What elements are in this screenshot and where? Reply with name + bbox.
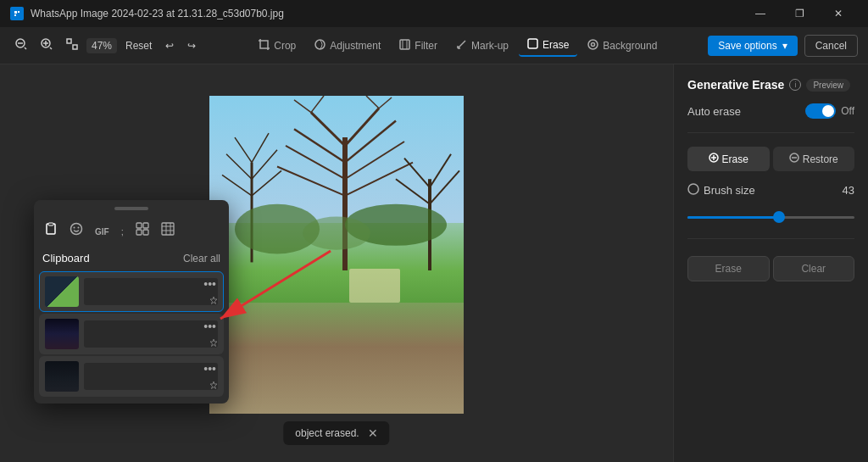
grid-icon (136, 225, 149, 238)
tab-adjustment[interactable]: Adjustment (306, 36, 389, 56)
svg-rect-12 (73, 45, 77, 49)
auto-erase-toggle[interactable] (805, 103, 836, 119)
svg-rect-60 (136, 230, 142, 235)
emoticon-icon-btn[interactable]: ; (118, 220, 127, 241)
item-more-button[interactable]: ••• (200, 318, 220, 335)
preview-badge[interactable]: Preview (806, 79, 850, 92)
tool-tabs: Crop Adjustment Filter Mark-up Erase (211, 35, 704, 57)
undo-icon: ↩ (165, 40, 174, 52)
svg-rect-59 (143, 223, 148, 228)
svg-line-38 (345, 163, 413, 196)
photo-container (209, 96, 464, 414)
svg-line-40 (311, 96, 324, 113)
zoom-in-button[interactable] (36, 35, 58, 56)
svg-line-41 (366, 96, 379, 109)
title-bar: WhatsApp Image 2024-02-23 at 21.31.28_c5… (0, 0, 868, 27)
save-label: Save options (718, 40, 776, 52)
svg-rect-3 (14, 14, 16, 16)
svg-rect-20 (528, 39, 537, 48)
info-icon[interactable]: i (789, 79, 801, 91)
item-pin-button[interactable] (208, 294, 220, 308)
svg-line-45 (430, 154, 451, 187)
canvas-area: GIF ; Clipboard Clear all (0, 64, 673, 462)
clipboard-icon (44, 225, 58, 238)
clipboard-item[interactable]: ••• (39, 271, 224, 312)
zoom-out-button[interactable] (10, 35, 32, 56)
restore-button[interactable]: ❐ (780, 0, 819, 27)
grid-icon-btn[interactable] (132, 219, 153, 242)
svg-rect-58 (136, 223, 142, 228)
slider-fill (687, 216, 779, 219)
clipboard-item[interactable]: ••• (39, 356, 224, 397)
slider-track (687, 216, 854, 219)
svg-line-44 (404, 159, 430, 187)
erase-action-button[interactable]: Erase (687, 256, 770, 281)
redo-button[interactable]: ↪ (182, 36, 201, 55)
undo-button[interactable]: ↩ (160, 36, 179, 55)
restore-tab-button[interactable]: Restore (773, 147, 855, 171)
gif-icon-btn[interactable]: GIF (92, 220, 113, 241)
ground (209, 303, 464, 414)
clipboard-icon-btn[interactable] (41, 219, 61, 242)
clipboard-title: Clipboard (42, 252, 90, 264)
item-thumbnail (45, 361, 79, 392)
svg-line-10 (50, 47, 52, 49)
brush-size-slider[interactable] (687, 209, 854, 225)
table-icon-btn[interactable] (158, 219, 178, 242)
toggle-knob (822, 105, 834, 117)
clear-action-button[interactable]: Clear (773, 256, 855, 281)
auto-erase-row: Auto erase Off (687, 103, 854, 119)
item-pin-button[interactable] (208, 379, 220, 392)
filter-label: Filter (415, 40, 437, 52)
item-pin-button[interactable] (208, 337, 220, 350)
item-thumbnail (45, 319, 79, 349)
status-bar: object erased. ✕ (283, 421, 389, 445)
tab-markup[interactable]: Mark-up (448, 36, 517, 56)
cancel-button[interactable]: Cancel (804, 35, 858, 57)
svg-line-17 (458, 41, 465, 48)
status-close-button[interactable]: ✕ (368, 426, 378, 440)
tab-background[interactable]: Background (579, 36, 665, 56)
fit-icon (66, 38, 78, 53)
erase-label: Erase (542, 39, 569, 51)
window-controls: — ❐ ✕ (741, 0, 858, 27)
svg-line-33 (294, 129, 345, 162)
background-icon (587, 39, 598, 53)
slider-thumb[interactable] (773, 211, 785, 223)
svg-point-50 (303, 216, 370, 249)
clear-all-button[interactable]: Clear all (183, 253, 220, 264)
svg-line-24 (235, 137, 252, 162)
action-buttons-row: Erase Clear (687, 256, 854, 281)
photo-image (209, 96, 464, 414)
erase-tab-button[interactable]: Erase (687, 147, 770, 171)
save-options-button[interactable]: Save options ▾ (708, 36, 797, 56)
item-more-button[interactable]: ••• (200, 276, 220, 292)
item-preview (84, 278, 218, 305)
close-button[interactable]: ✕ (819, 0, 858, 27)
reset-button[interactable]: Reset (120, 36, 157, 55)
clipboard-items-list: ••• ••• (34, 271, 229, 404)
clipboard-panel: GIF ; Clipboard Clear all (34, 200, 229, 404)
panel-icons-row: GIF ; (34, 215, 229, 248)
toggle-right: Off (805, 103, 854, 119)
restore-tab-icon (789, 153, 799, 165)
item-thumbnail (45, 276, 79, 307)
tab-erase[interactable]: Erase (519, 35, 577, 57)
title-bar-left: WhatsApp Image 2024-02-23 at 21.31.28_c5… (10, 7, 284, 20)
markup-icon (456, 39, 467, 53)
tab-crop[interactable]: Crop (250, 36, 304, 56)
brush-size-row: Brush size 43 (687, 183, 854, 198)
tab-filter[interactable]: Filter (391, 36, 446, 56)
redo-icon: ↪ (187, 40, 196, 52)
svg-line-27 (252, 150, 277, 179)
clipboard-item[interactable]: ••• (39, 314, 224, 354)
emoji-icon (70, 225, 83, 238)
minimize-button[interactable]: — (741, 0, 780, 27)
svg-rect-11 (67, 39, 71, 43)
fit-button[interactable] (61, 35, 83, 56)
svg-point-22 (592, 42, 595, 46)
item-more-button[interactable]: ••• (200, 360, 220, 377)
svg-point-57 (78, 227, 80, 229)
app-icon (10, 7, 24, 20)
emoji-icon-btn[interactable] (66, 219, 86, 242)
